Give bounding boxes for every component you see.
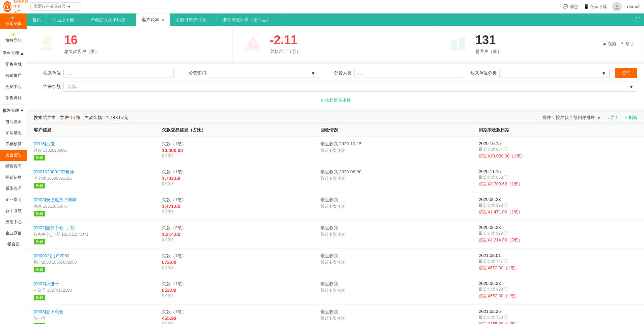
table-header: 客户信息 欠款交易信息（占比） 回收情况 到期未收款日期 (27, 124, 644, 137)
sidebar-item-retail-mall[interactable]: 零售商城 (0, 59, 27, 70)
tabs-maximize-icon[interactable]: ⛶ (635, 17, 641, 23)
debt-amount-3[interactable]: 1,214.00 (162, 232, 320, 237)
overdue-amount-3[interactable]: 超期¥1,214.00（3笔） (479, 237, 637, 243)
apps-label: 应用中心 (5, 219, 22, 225)
sidebar-item-nav[interactable]: ⚡ 快捷导航 (0, 29, 27, 46)
sidebar-item-retail[interactable]: 零售管理 ▲ (0, 48, 27, 59)
sidebar-search[interactable]: 🔍 搜索菜单 (0, 13, 27, 29)
refresh-button[interactable]: ○ 刷新 (624, 115, 637, 121)
recovery-sub-6: 预计下次收款 (320, 316, 479, 321)
overdue-amount-5[interactable]: 超期¥652.00（1笔） (479, 293, 637, 299)
customer-name-0[interactable]: [0016]吕俊 (34, 141, 162, 147)
debt-amount-4[interactable]: 672.00 (162, 260, 320, 265)
tab-customer-ledger-close[interactable]: × (162, 18, 164, 22)
sort-arrow: ▼ (596, 115, 601, 120)
help-action[interactable]: ？ 帮助 (620, 41, 634, 47)
debt-amount-5[interactable]: 652.00 (162, 288, 320, 293)
yu-select[interactable]: 选择... ▼ (63, 82, 637, 92)
customer-info-4: [000002]用户2050 用户2050 18665062050 现销 (34, 253, 162, 272)
tabs-right: — ⛶ (624, 13, 644, 26)
recovery-info-2: 最近收款 预计下次收款 (320, 197, 479, 209)
tab-inventory-history[interactable]: 产成品入库单历史 × (85, 13, 136, 26)
bumen-select[interactable]: ▼ (209, 69, 319, 78)
table-row: [0001020001]李老师 李老师 18600391516 现销 欠款（1笔… (27, 165, 644, 193)
customer-name-3[interactable]: [0002]服务中心_丁磊 (34, 225, 162, 231)
customer-name-5[interactable]: [0007]小迸千 (34, 281, 162, 287)
total-customers-label: 总客户（家） (475, 49, 597, 55)
overdue-info-5: 2020.06.23 最长欠款 998 天 超期¥652.00（1笔） (479, 281, 637, 299)
debt-amount-0[interactable]: 10,000.00 (162, 148, 320, 153)
sidebar-item-retail-stats[interactable]: 零售统计 (0, 92, 27, 104)
sort-select[interactable]: 排序：按欠款金额倒序排序 ▼ (542, 115, 601, 121)
overdue-amount-0[interactable]: 超期¥10,000.00（1笔） (479, 153, 637, 159)
logo: 畅捷通好生意 示范 (3, 0, 30, 14)
video-action[interactable]: ▶ 视频 (604, 41, 616, 47)
ren-input[interactable]: ... (354, 69, 465, 78)
overdue-amount-1[interactable]: 超期¥1,703.68（1笔） (479, 181, 637, 187)
col-header-recovery: 回收情况 (320, 127, 479, 133)
recovery-sub-5: 预计下次收款 (320, 288, 479, 293)
overdue-amount-2[interactable]: 超期¥1,471.00（1笔） (479, 209, 637, 215)
sidebar-item-apps[interactable]: 应用中心 (0, 216, 27, 228)
sidebar-item-member[interactable]: 会员中心 (0, 81, 27, 92)
sidebar-item-system[interactable]: 系统管理 (0, 183, 27, 194)
total-customers-icon (448, 34, 469, 54)
customer-tag-6: 现销 (34, 323, 45, 324)
stat-info-total-customers: 131 总客户（家） (475, 33, 597, 55)
ecommerce-label: 电商管理 (5, 119, 22, 125)
category-arrow: ▼ (601, 71, 606, 76)
sidebar-item-marketing[interactable]: 营销推广 (0, 70, 27, 81)
sidebar-item-purchase[interactable]: 采购管理 (0, 127, 27, 139)
tab-inventory-history-label: 产成品入库单历史 (90, 17, 125, 23)
collapse-button[interactable]: ∧ 收起更多条件 (34, 95, 637, 105)
export-button[interactable]: ○ 导出 (606, 115, 619, 121)
tab-purchase-stats-close[interactable]: × (209, 18, 211, 22)
username-label[interactable]: demo2 (627, 4, 641, 9)
tab-customer-ledger[interactable]: 客户账本 × (136, 13, 170, 26)
store-selector[interactable]: 母婴行业演示账套 ▼ (30, 2, 81, 11)
sidebar-item-operations[interactable]: 经营管理 (0, 161, 27, 172)
app-download-button[interactable]: 📱 App下载 (584, 4, 607, 10)
message-label: 消息 (569, 4, 578, 10)
customer-name-4[interactable]: [000002]用户2050 (34, 253, 162, 259)
tab-home[interactable]: 首页 (27, 13, 47, 26)
sidebar-item-member2[interactable]: 畅会员 (0, 239, 27, 250)
message-button[interactable]: 💬 消息 (563, 4, 578, 10)
page-content: 16 总欠款客户（家） -2.11 (27, 26, 644, 324)
tab-product-listing[interactable]: 商品上下架 × (47, 13, 85, 26)
overdue-amount-6[interactable]: 超期¥455.90（1笔） (479, 321, 637, 324)
sidebar-item-guide[interactable]: 新手引导 (0, 205, 27, 216)
tab-goods-stats[interactable]: 进货单统计表（按商品） × (217, 13, 281, 26)
sidebar-item-wholesale[interactable]: 批发管理 ▼ (0, 105, 27, 116)
tab-purchase-stats[interactable]: 采购订单统计表 × (170, 13, 217, 26)
help-icon: ？ (620, 41, 624, 47)
tab-goods-stats-close[interactable]: × (273, 18, 276, 22)
sidebar-item-enterprise[interactable]: 企业协同 (0, 194, 27, 205)
sidebar-item-basic[interactable]: 基础信息 (0, 172, 27, 183)
wanglai-label: 往来单位 (34, 70, 61, 76)
customer-name-1[interactable]: [0001020001]李老师 (34, 169, 162, 175)
tab-inventory-history-close[interactable]: × (128, 18, 131, 22)
overdue-date-2: 2020.06.23 (479, 197, 637, 202)
debt-amount-6[interactable]: 455.90 (162, 316, 320, 321)
customer-name-6[interactable]: [0006]去下粮仓 (34, 309, 162, 315)
filter-row-2: 往来余额 选择... ▼ (34, 82, 637, 92)
overdue-days-2: 最长欠款 998 天 (479, 203, 637, 208)
marketing-label: 营销推广 (5, 73, 22, 79)
customer-info-6: [0006]去下粮仓 陈小希 现销 (34, 309, 162, 324)
sidebar-item-inventory[interactable]: 库存核算 (0, 139, 27, 150)
sidebar-item-weixin[interactable]: 企业微信 (0, 228, 27, 239)
category-select[interactable]: ▼ (499, 69, 610, 78)
debt-amount-2[interactable]: 1,471.00 (162, 204, 320, 209)
customer-name-2[interactable]: [0003]畅捷服务尹海燕 (34, 197, 162, 203)
overdue-amount-4[interactable]: 超期¥672.00（1笔） (479, 265, 637, 271)
sidebar-item-ecommerce[interactable]: 电商管理 (0, 116, 27, 127)
tabs-minimize-icon[interactable]: — (627, 17, 633, 23)
debt-amount-1[interactable]: 1,703.68 (162, 176, 320, 181)
customer-sub-5: 小迸千 18279152100 (34, 288, 162, 293)
wanglai-input[interactable]: ... (63, 69, 174, 78)
sidebar-item-finance[interactable]: 资金管理 (0, 150, 27, 161)
search-button[interactable]: 查询 (615, 68, 637, 78)
debt-count-1: 欠款（1笔） (162, 169, 320, 175)
tab-product-listing-close[interactable]: × (77, 18, 79, 22)
